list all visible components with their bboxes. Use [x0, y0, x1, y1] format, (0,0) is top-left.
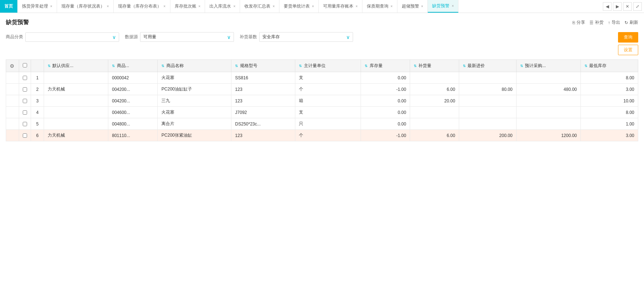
table-row: 3 004200... 三九 123 箱 0.00 20.00 10.00 — [6, 95, 638, 107]
row-checkbox-1[interactable] — [23, 87, 27, 92]
header-actions: ⎘ 分享 ☰ 补货 ↑ 导出 ↻ 刷新 — [573, 19, 638, 26]
row-name-2: 三九 — [158, 95, 231, 107]
col-latest-price: ⇅ 最新进价 — [459, 60, 516, 72]
row-replenish-5: 6.00 — [410, 130, 459, 141]
row-settings-cell — [6, 95, 19, 107]
settings-icon[interactable]: ⚙ — [10, 63, 14, 69]
select-all-checkbox[interactable] — [23, 63, 27, 67]
row-checkbox-2[interactable] — [23, 99, 27, 103]
row-checkbox-0[interactable] — [23, 76, 27, 80]
close-tab-6[interactable]: × — [273, 4, 275, 8]
nav-next-button[interactable]: ▶ — [613, 2, 622, 11]
row-code-5: 801110... — [108, 130, 158, 141]
tab-stockout[interactable]: 缺货预警 × — [428, 0, 458, 13]
query-button[interactable]: 查询 — [618, 32, 638, 43]
sort-icon-est-purchase: ⇅ — [520, 64, 523, 68]
row-checkbox-5[interactable] — [23, 133, 27, 138]
top-nav: 首页 拣货异常处理 × 现存量（库存状况表） × 现存量（库存分布表） × 库存… — [0, 0, 644, 13]
close-tab-1[interactable]: × — [50, 4, 52, 8]
row-name-4: 离合片 — [158, 118, 231, 130]
row-stock-1: -1.00 — [361, 84, 410, 95]
replenish-icon: ☰ — [589, 20, 593, 25]
settings-button[interactable]: 设置 — [618, 45, 638, 55]
col-replenish-qty: ⇅ 补货量 — [410, 60, 459, 72]
sort-icon-supplier: ⇅ — [48, 64, 51, 68]
sort-icon-price: ⇅ — [463, 64, 466, 68]
page-title: 缺货预警 — [6, 19, 29, 26]
col-stock-qty: ⇅ 库存量 — [361, 60, 410, 72]
nav-prev-button[interactable]: ◀ — [603, 2, 612, 11]
row-spec-4: DS250*23c... — [231, 118, 295, 130]
row-name-1: PC200油缸缸子 — [158, 84, 231, 95]
row-spec-5: 123 — [231, 130, 295, 141]
close-tab-4[interactable]: × — [199, 4, 201, 8]
row-price-4 — [459, 118, 516, 130]
close-tab-5[interactable]: × — [233, 4, 235, 8]
sort-icon-min-stock: ⇅ — [584, 64, 587, 68]
tab-home[interactable]: 首页 — [0, 0, 18, 13]
nav-controls: ◀ ▶ ✕ ⤢ — [601, 2, 644, 11]
tab-requisition[interactable]: 要货单统计表 × — [279, 0, 319, 13]
row-code-1: 004200... — [108, 84, 158, 95]
row-replenish-3 — [410, 107, 459, 118]
sort-icon-code: ⇅ — [112, 64, 115, 68]
col-settings: ⚙ — [6, 60, 19, 72]
refresh-button[interactable]: ↻ 刷新 — [625, 19, 638, 26]
reorder-base-select[interactable]: 安全库存 ∨ — [259, 32, 353, 42]
row-num-0: 1 — [31, 72, 44, 84]
datasource-filter-value: 可用量 — [143, 34, 227, 40]
tab-receive-send[interactable]: 收发存汇总表 × — [240, 0, 279, 13]
row-unit-4: 只 — [295, 118, 361, 130]
filter-row: 商品分类 ∨ 数据源 可用量 ∨ 补货基数 安全库存 ∨ — [6, 32, 612, 42]
category-filter-select[interactable]: ∨ — [25, 32, 119, 42]
col-row-num — [31, 60, 44, 72]
replenish-button[interactable]: ☰ 补货 — [589, 19, 604, 26]
data-table: ⚙ ⇅ 默认供应... ⇅ 商品... ⇅ 商品名称 — [6, 59, 638, 141]
close-tab-3[interactable]: × — [164, 4, 166, 8]
row-num-4: 5 — [31, 118, 44, 130]
tab-stock-batch[interactable]: 库存批次账 × — [170, 0, 205, 13]
close-tab-11[interactable]: × — [452, 4, 454, 8]
row-stock-0: 0.00 — [361, 72, 410, 84]
tab-pick-exception[interactable]: 拣货异常处理 × — [18, 0, 57, 13]
export-button[interactable]: ↑ 导出 — [608, 19, 620, 26]
row-checkbox-cell — [19, 95, 31, 107]
close-tab-9[interactable]: × — [391, 4, 393, 8]
col-unit: ⇅ 主计量单位 — [295, 60, 361, 72]
tab-inout-flow[interactable]: 出入库流水 × — [205, 0, 240, 13]
sort-icon-name: ⇅ — [161, 64, 164, 68]
row-checkbox-3[interactable] — [23, 110, 27, 115]
tab-overstock[interactable]: 超储预警 × — [397, 0, 428, 13]
table-row: 1 0000042 火花塞 SS816 支 0.00 8.00 — [6, 72, 638, 84]
row-checkbox-cell — [19, 72, 31, 84]
row-spec-3: J7092 — [231, 107, 295, 118]
nav-close-button[interactable]: ✕ — [623, 2, 632, 11]
close-tab-10[interactable]: × — [421, 4, 423, 8]
row-minstock-3: 8.00 — [581, 107, 638, 118]
row-price-0 — [459, 72, 516, 84]
nav-expand-button[interactable]: ⤢ — [633, 2, 642, 11]
row-code-4: 004800... — [108, 118, 158, 130]
close-tab-7[interactable]: × — [312, 4, 314, 8]
close-tab-2[interactable]: × — [107, 4, 109, 8]
row-settings-cell — [6, 118, 19, 130]
row-checkbox-4[interactable] — [23, 122, 27, 126]
tab-available-stock[interactable]: 可用量库存账本 × — [319, 0, 362, 13]
table-row: 5 004800... 离合片 DS250*23c... 只 0.00 1.00 — [6, 118, 638, 130]
close-tab-8[interactable]: × — [356, 4, 358, 8]
row-supplier-4 — [44, 118, 108, 130]
filter-group-reorder-base: 补货基数 安全库存 ∨ — [240, 32, 353, 42]
tab-stock-dist[interactable]: 现存量（库存分布表） × — [114, 0, 170, 13]
datasource-dropdown-icon: ∨ — [227, 34, 231, 40]
share-button[interactable]: ⎘ 分享 — [573, 19, 585, 26]
row-checkbox-cell — [19, 107, 31, 118]
row-unit-3: 支 — [295, 107, 361, 118]
tab-expiry[interactable]: 保质期查询 × — [362, 0, 397, 13]
row-est-4 — [516, 118, 580, 130]
row-checkbox-cell — [19, 130, 31, 141]
table-row: 6 力天机械 801110... PC200张紧油缸 123 个 -1.00 6… — [6, 130, 638, 141]
tab-stock-status[interactable]: 现存量（库存状况表） × — [57, 0, 114, 13]
col-goods-name: ⇅ 商品名称 — [158, 60, 231, 72]
filter-group-datasource: 数据源 可用量 ∨ — [125, 32, 234, 42]
datasource-filter-select[interactable]: 可用量 ∨ — [140, 32, 234, 42]
